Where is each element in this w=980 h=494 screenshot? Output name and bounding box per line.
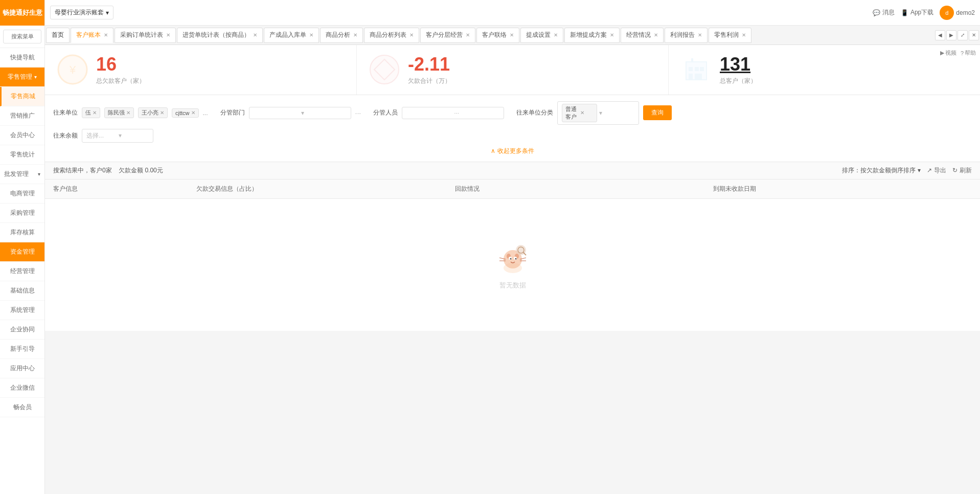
filter-more-tags[interactable]: ...: [203, 109, 208, 117]
stat-total-customers: 131 总客户（家） ▶ 视频 ? 帮助: [669, 45, 980, 95]
stat-credit-customers: ¥ 16 总欠款客户（家）: [45, 45, 357, 95]
refresh-icon: ↻: [952, 167, 958, 174]
sidebar-item-purchase[interactable]: 采购管理: [0, 204, 44, 223]
message-button[interactable]: 💬 消息: [873, 8, 895, 17]
stats-row: ¥ 16 总欠款客户（家） -2.11 欠款合计（: [45, 45, 980, 95]
tab-accounts[interactable]: 客户账本 ✕: [71, 28, 113, 43]
stat-total-customers-value: 131: [720, 54, 968, 75]
filter-tag-close-cjttcw[interactable]: ✕: [191, 110, 195, 116]
account-selector[interactable]: 母婴行业演示账套 ▾: [50, 6, 113, 19]
svg-rect-9: [695, 74, 702, 80]
dept-filter-label: 分管部门: [220, 108, 245, 117]
sidebar-item-operations[interactable]: 经营管理: [0, 262, 44, 281]
tab-close-accounts[interactable]: ✕: [104, 32, 108, 38]
tab-product-analysis-list[interactable]: 商品分析列表 ✕: [364, 28, 419, 43]
tab-product-stock[interactable]: 产成品入库单 ✕: [264, 28, 319, 43]
tab-close-stock-stats[interactable]: ✕: [253, 32, 257, 38]
tab-customer-tier[interactable]: 客户分层经营 ✕: [420, 28, 475, 43]
person-select[interactable]: ···: [402, 107, 504, 119]
tab-close-purchase-order[interactable]: ✕: [166, 32, 170, 38]
balance-select[interactable]: 选择... ▾: [82, 129, 153, 143]
tab-scroll-left[interactable]: ◀: [935, 30, 945, 40]
filter-tag-close-normal[interactable]: ✕: [580, 110, 594, 116]
filter-tag-close-wang[interactable]: ✕: [160, 110, 164, 116]
empty-state: 暂无数据: [45, 199, 980, 331]
svg-point-18: [515, 258, 516, 259]
tab-close-new-tips[interactable]: ✕: [610, 32, 614, 38]
help-icon: ?: [961, 50, 964, 56]
refresh-button[interactable]: ↻ 刷新: [952, 166, 972, 175]
tab-close-profit-report[interactable]: ✕: [698, 32, 702, 38]
result-summary: 搜索结果中，客户0家 欠款金额 0.00元: [53, 166, 163, 175]
stat-total-customers-label: 总客户（家）: [720, 77, 968, 85]
sidebar-item-system[interactable]: 系统管理: [0, 301, 44, 320]
sort-select[interactable]: 排序：按欠款金额倒序排序 ▾: [842, 166, 921, 175]
tab-new-tips[interactable]: 新增提成方案 ✕: [564, 28, 620, 43]
tab-close-retail-profit[interactable]: ✕: [742, 32, 746, 38]
tab-retail-profit[interactable]: 零售利润 ✕: [709, 28, 751, 43]
person-filter-label: 分管人员: [373, 108, 398, 117]
sidebar-item-app-center[interactable]: 应用中心: [0, 359, 44, 378]
tab-stock-stats[interactable]: 进货单统计表（按商品） ✕: [177, 28, 263, 43]
sidebar-item-ecommerce[interactable]: 电商管理: [0, 184, 44, 204]
empty-illustration: [492, 240, 533, 281]
sidebar-item-quick-nav[interactable]: 快捷导航: [0, 48, 44, 68]
svg-rect-5: [689, 67, 693, 71]
stat-credit-amount-label: 欠款合计（万）: [408, 77, 656, 85]
export-icon: ↗: [927, 167, 932, 174]
filter-tag-close-chen[interactable]: ✕: [126, 110, 130, 116]
export-button[interactable]: ↗ 导出: [927, 166, 946, 175]
collapse-button[interactable]: ∧ 收起更多条件: [53, 147, 972, 155]
sidebar-item-wholesale[interactable]: 批发管理 ▾: [0, 165, 44, 184]
query-button[interactable]: 查询: [643, 105, 672, 120]
sidebar-item-inventory[interactable]: 库存核算: [0, 223, 44, 242]
tab-customer-contact[interactable]: 客户联络 ✕: [476, 28, 519, 43]
video-action[interactable]: ▶ 视频: [940, 49, 956, 57]
tab-close-product-analysis-list[interactable]: ✕: [409, 32, 414, 38]
tab-close-tips-settings[interactable]: ✕: [554, 32, 558, 38]
sidebar-item-marketing[interactable]: 营销推广: [0, 106, 44, 126]
sidebar-item-basic-info[interactable]: 基础信息: [0, 281, 44, 301]
app-download-button[interactable]: 📱 App下载: [901, 8, 933, 17]
tab-close-customer-tier[interactable]: ✕: [466, 32, 470, 38]
tab-close-customer-contact[interactable]: ✕: [510, 32, 514, 38]
col-header-repayment: 回款情况: [455, 185, 714, 193]
sidebar-item-new-guide[interactable]: 新手引导: [0, 340, 44, 359]
avatar: d: [940, 6, 954, 20]
tab-close-product-stock[interactable]: ✕: [309, 32, 313, 38]
stat-credit-amount-value: -2.11: [408, 54, 656, 75]
search-menu-button[interactable]: 搜索菜单: [3, 30, 41, 43]
filter-tag-close-wu[interactable]: ✕: [93, 110, 97, 116]
sidebar-item-vip-member[interactable]: 畅会员: [0, 398, 44, 417]
sidebar-item-retail-mall[interactable]: 零售商城: [0, 87, 44, 106]
tab-scroll-right[interactable]: ▶: [946, 30, 956, 40]
tab-close-operations[interactable]: ✕: [654, 32, 658, 38]
tab-tips-settings[interactable]: 提成设置 ✕: [520, 28, 563, 43]
sidebar-item-member[interactable]: 会员中心: [0, 126, 44, 145]
stat-actions: ▶ 视频 ? 帮助: [940, 49, 976, 57]
tab-maximize[interactable]: ⤢: [958, 30, 968, 40]
sidebar-item-enterprise-collab[interactable]: 企业协同: [0, 320, 44, 340]
tab-close-product-analysis[interactable]: ✕: [353, 32, 357, 38]
sidebar-item-retail[interactable]: 零售管理 ▾: [0, 68, 44, 87]
tab-profit-report[interactable]: 利润报告 ✕: [665, 28, 708, 43]
user-profile[interactable]: d demo2: [940, 6, 975, 20]
dept-clear-icon[interactable]: ···: [355, 109, 361, 117]
sidebar-item-finance[interactable]: 资金管理: [0, 242, 44, 262]
table-container: 客户信息 欠款交易信息（占比） 回款情况 到期未收款日期: [45, 179, 980, 331]
unit-filter-label: 往来单位: [53, 108, 78, 117]
filter-row-2: 往来余额 选择... ▾: [53, 129, 972, 143]
unit-category-select[interactable]: 普通客户 ✕ ▾: [557, 101, 639, 125]
tab-home[interactable]: 首页: [46, 28, 70, 43]
message-icon: 💬: [873, 9, 880, 16]
dept-select[interactable]: ▾: [249, 107, 351, 119]
tab-operations[interactable]: 经营情况 ✕: [621, 28, 664, 43]
sidebar-item-retail-stats[interactable]: 零售统计: [0, 145, 44, 165]
help-action[interactable]: ? 帮助: [961, 49, 976, 57]
tab-more[interactable]: ✕: [969, 30, 979, 40]
sidebar-item-enterprise-wechat[interactable]: 企业微信: [0, 378, 44, 398]
tab-purchase-order[interactable]: 采购订单统计表 ✕: [115, 28, 176, 43]
main-area: 母婴行业演示账套 ▾ 💬 消息 📱 App下载 d demo2 首页: [45, 0, 980, 494]
tab-product-analysis[interactable]: 商品分析 ✕: [320, 28, 363, 43]
chevron-up-icon: ∧: [491, 147, 495, 154]
